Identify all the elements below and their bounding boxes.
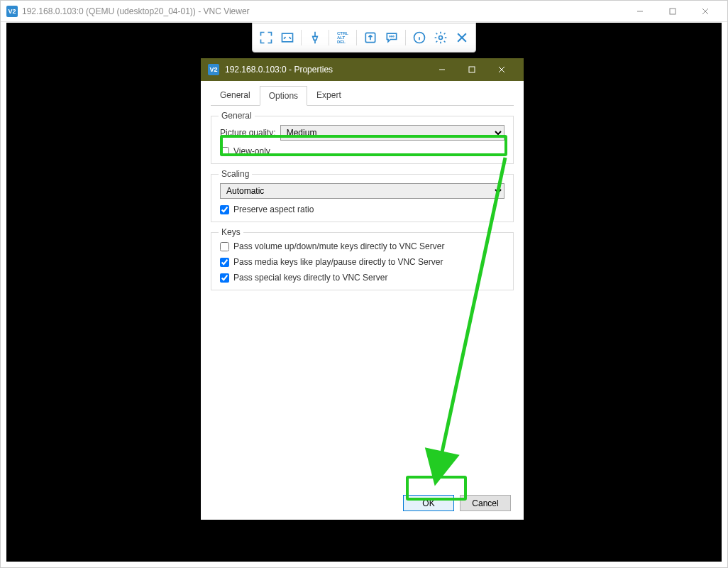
gear-icon[interactable] [431, 28, 450, 47]
tab-options[interactable]: Options [260, 86, 307, 106]
svg-rect-1 [670, 9, 675, 14]
dialog-maximize-button[interactable] [457, 58, 487, 81]
dialog-titlebar[interactable]: V2 192.168.0.103:0 - Properties [201, 58, 524, 81]
dialog-close-button[interactable] [487, 58, 517, 81]
svg-rect-4 [282, 33, 293, 42]
tab-general[interactable]: General [211, 85, 260, 105]
tab-strip: General Options Expert [201, 81, 524, 105]
group-scaling: Scaling Automatic Preserve aspect ratio [211, 174, 514, 222]
svg-point-12 [439, 36, 443, 40]
pass-special-keys-checkbox[interactable] [220, 273, 229, 283]
properties-dialog: V2 192.168.0.103:0 - Properties General … [201, 58, 524, 520]
pass-volume-keys-checkbox[interactable] [220, 242, 229, 251]
pass-media-keys-label: Pass media keys like play/pause directly… [233, 257, 443, 267]
dialog-title: 192.168.0.103:0 - Properties [225, 65, 333, 75]
pass-special-keys-label: Pass special keys directly to VNC Server [233, 273, 387, 283]
outer-minimize-button[interactable] [624, 1, 656, 22]
view-only-label: View-only [233, 146, 270, 156]
svg-rect-16 [469, 67, 475, 72]
svg-point-6 [390, 36, 390, 37]
group-general-label: General [219, 111, 255, 121]
outer-window-title: 192.168.0.103:0 (QEMU (udesktop20_04-01)… [22, 6, 250, 16]
session-toolbar: CTRLALTDEL [252, 23, 476, 53]
scaling-select[interactable]: Automatic [220, 183, 504, 199]
chat-icon[interactable] [382, 28, 401, 47]
dialog-minimize-button[interactable] [427, 58, 457, 81]
fullscreen-icon[interactable] [257, 28, 275, 47]
ctrl-alt-del-button[interactable]: CTRLALTDEL [333, 28, 352, 47]
pass-media-keys-checkbox[interactable] [220, 258, 229, 267]
file-transfer-icon[interactable] [361, 28, 380, 47]
preserve-aspect-label: Preserve aspect ratio [233, 204, 314, 214]
vnc-logo-icon: V2 [6, 6, 18, 17]
group-general: General Picture quality: Medium View-onl… [211, 116, 514, 164]
cancel-button[interactable]: Cancel [460, 495, 511, 511]
svg-point-7 [392, 36, 392, 37]
pin-icon[interactable] [306, 28, 324, 47]
window-mode-icon[interactable] [278, 28, 297, 47]
options-panel: General Picture quality: Medium View-onl… [211, 105, 514, 488]
tab-expert[interactable]: Expert [307, 85, 351, 105]
group-scaling-label: Scaling [219, 169, 252, 179]
picture-quality-select[interactable]: Medium [280, 125, 504, 141]
close-session-icon[interactable] [453, 28, 471, 47]
info-icon[interactable] [410, 28, 429, 47]
svg-point-8 [393, 36, 394, 37]
outer-titlebar: V2 192.168.0.103:0 (QEMU (udesktop20_04-… [1, 1, 727, 22]
pass-volume-keys-label: Pass volume up/down/mute keys directly t… [233, 241, 444, 251]
dialog-footer: OK Cancel [403, 495, 511, 511]
view-only-checkbox[interactable] [220, 147, 229, 156]
group-keys-label: Keys [219, 227, 243, 237]
vnc-logo-icon: V2 [208, 64, 219, 75]
ok-button[interactable]: OK [403, 495, 454, 511]
outer-close-button[interactable] [689, 1, 722, 22]
preserve-aspect-checkbox[interactable] [220, 205, 229, 214]
group-keys: Keys Pass volume up/down/mute keys direc… [211, 232, 514, 290]
picture-quality-label: Picture quality: [220, 128, 276, 138]
outer-maximize-button[interactable] [656, 1, 689, 22]
